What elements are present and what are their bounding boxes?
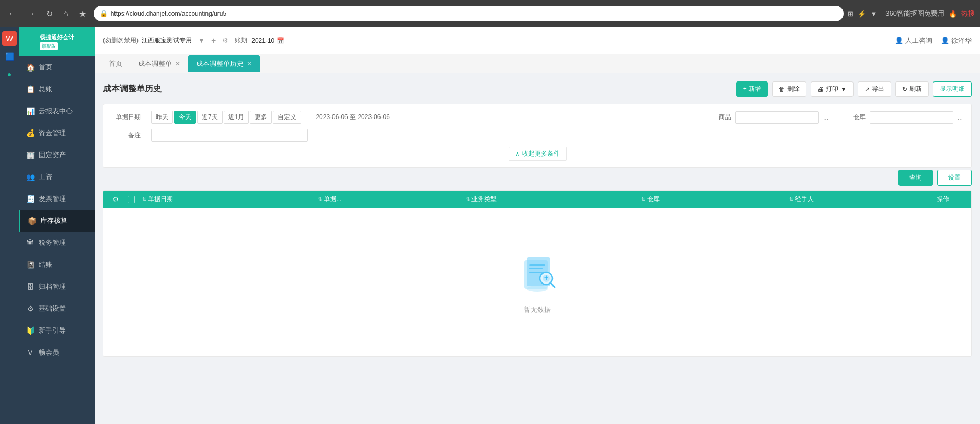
icon-bar-app3[interactable]: ● [2, 67, 17, 81]
col-warehouse[interactable]: ⇅ 仓库 [638, 195, 786, 204]
sidebar-item-guide[interactable]: 🔰新手引导 [19, 320, 95, 341]
col-handler[interactable]: ⇅ 经手人 [786, 195, 933, 204]
sidebar-label-payroll: 工资 [39, 172, 52, 182]
goods-more-icon[interactable]: ... [823, 114, 828, 121]
warehouse-input[interactable] [870, 111, 953, 124]
header-checkbox[interactable] [128, 196, 135, 203]
forward-button[interactable]: → [24, 7, 39, 20]
date-btn-更多[interactable]: 更多 [250, 111, 272, 124]
col-checkbox[interactable] [124, 196, 139, 203]
consult-btn[interactable]: 👤 人工咨询 [895, 36, 932, 45]
tab-close-cost-adjust-history[interactable]: ✕ [247, 60, 252, 67]
col-biztype[interactable]: ⇅ 业务类型 [463, 195, 638, 204]
export-icon: ↗ [864, 86, 870, 93]
page-actions: + 新增 🗑 删除 🖨 打印 ▼ ↗ 导出 ↻ [736, 81, 972, 97]
sidebar-icon-settings: ⚙ [26, 304, 34, 313]
sidebar-icon-assets: 🏢 [26, 151, 34, 159]
sidebar-item-closing[interactable]: 📓结账 [19, 254, 95, 276]
sidebar-label-reports: 云报表中心 [39, 107, 73, 116]
page-title: 成本调整单历史 [103, 84, 162, 95]
settings-col-icon: ⚙ [113, 196, 119, 203]
sidebar-item-settings[interactable]: ⚙基础设置 [19, 298, 95, 320]
sidebar-icon-invoice: 🧾 [26, 195, 34, 203]
app-container: W 🟦 ● 畅捷通好会计 旗舰版 🏠首页📋总账📊云报表中心💰资金管理🏢固定资产👥… [0, 27, 980, 424]
display-cols-button[interactable]: 显示明细 [933, 81, 972, 97]
remark-label: 备注 [112, 131, 141, 140]
sidebar-label-ledger: 总账 [39, 85, 52, 94]
setting-button[interactable]: 设置 [937, 170, 972, 186]
company-dropdown-icon[interactable]: ▼ [198, 37, 205, 44]
lightning-icon[interactable]: ⚡ [858, 10, 866, 18]
tab-close-cost-adjust[interactable]: ✕ [175, 60, 180, 67]
svg-line-8 [550, 282, 555, 287]
date-btn-昨天[interactable]: 昨天 [151, 111, 173, 124]
tab-home[interactable]: 首页 [101, 55, 130, 72]
table-header: ⚙ ⇅ 单据日期 ⇅ 单据... ⇅ 业务类型 [103, 191, 971, 208]
icon-bar-app2[interactable]: 🟦 [2, 49, 17, 64]
goods-input[interactable] [735, 111, 819, 124]
warehouse-label: 仓库 [837, 113, 866, 122]
browser-actions: ⊞ ⚡ ▼ 360智能抠图免费用 🔥 热搜 [848, 9, 975, 18]
export-button[interactable]: ↗ 导出 [858, 81, 891, 97]
date-btn-近7天[interactable]: 近7天 [197, 111, 223, 124]
date-range: 2023-06-06 至 2023-06-06 [316, 113, 389, 122]
sidebar-item-inventory[interactable]: 📦库存核算 [19, 210, 95, 232]
svg-rect-5 [529, 272, 544, 273]
extensions-icon[interactable]: ⊞ [848, 10, 854, 18]
tab-label-cost-adjust: 成本调整单 [138, 59, 172, 68]
sidebar-item-ledger[interactable]: 📋总账 [19, 78, 95, 100]
top-bar: (勿删勿禁用) 江西服宝测试专用 ▼ + ⚙ 账期 2021-10 📅 👤 人工… [95, 27, 980, 54]
sidebar-icon-archive: 🗄 [26, 282, 34, 291]
sidebar-icon-ledger: 📋 [26, 85, 34, 93]
url-text: https://cloud.chanjet.com/accounting/uru… [111, 10, 838, 17]
warehouse-more-icon[interactable]: ... [958, 114, 963, 121]
add-company-btn[interactable]: + [211, 36, 216, 45]
print-icon: 🖨 [817, 86, 824, 93]
hot-label: 热搜 [961, 9, 975, 18]
print-button[interactable]: 🖨 打印 ▼ [811, 81, 854, 97]
date-btn-自定义[interactable]: 自定义 [273, 111, 301, 124]
reload-button[interactable]: ↻ [43, 7, 56, 21]
sidebar-item-assets[interactable]: 🏢固定资产 [19, 144, 95, 166]
back-button[interactable]: ← [5, 7, 20, 20]
sidebar-label-tax: 税务管理 [39, 238, 66, 248]
sidebar-item-archive[interactable]: 🗄归档管理 [19, 276, 95, 298]
tab-cost-adjust-history[interactable]: 成本调整单历史✕ [188, 55, 260, 72]
col-number[interactable]: ⇅ 单据... [315, 195, 462, 204]
user-btn[interactable]: 👤 徐泽华 [941, 36, 972, 45]
company-name: 江西服宝测试专用 [142, 36, 192, 45]
star-button[interactable]: ★ [76, 7, 89, 21]
settings-icon-top[interactable]: ⚙ [222, 37, 228, 44]
collapse-button[interactable]: ∧ 收起更多条件 [509, 147, 567, 161]
refresh-icon: ↻ [902, 86, 907, 93]
new-button[interactable]: + 新增 [736, 81, 768, 97]
sidebar-item-tax[interactable]: 🏛税务管理 [19, 232, 95, 254]
dropdown-icon[interactable]: ▼ [870, 10, 877, 18]
home-button[interactable]: ⌂ [60, 7, 72, 20]
calendar-icon[interactable]: 📅 [276, 37, 284, 44]
remark-input[interactable] [151, 129, 308, 142]
address-bar[interactable]: 🔒 https://cloud.chanjet.com/accounting/u… [94, 6, 844, 21]
date-buttons: 昨天今天近7天近1月更多自定义 [151, 111, 301, 124]
query-button[interactable]: 查询 [898, 170, 933, 186]
sidebar-item-funds[interactable]: 💰资金管理 [19, 122, 95, 144]
sidebar-item-member[interactable]: V畅会员 [19, 341, 95, 363]
svg-rect-3 [529, 264, 545, 266]
delete-button[interactable]: 🗑 删除 [772, 81, 806, 97]
sidebar-item-reports[interactable]: 📊云报表中心 [19, 100, 95, 122]
col-date[interactable]: ⇅ 单据日期 [139, 195, 315, 204]
sidebar-item-invoice[interactable]: 🧾发票管理 [19, 188, 95, 210]
col-settings[interactable]: ⚙ [110, 196, 124, 203]
consult-icon: 👤 [895, 37, 903, 44]
tab-cost-adjust[interactable]: 成本调整单✕ [130, 55, 188, 72]
sidebar-item-home[interactable]: 🏠首页 [19, 56, 95, 78]
sort-biztype-icon: ⇅ [466, 196, 470, 202]
date-btn-近1月[interactable]: 近1月 [224, 111, 249, 124]
refresh-button[interactable]: ↻ 刷新 [895, 81, 929, 97]
sort-up-icon: ⇅ [142, 196, 146, 202]
icon-bar-weibo[interactable]: W [2, 31, 17, 46]
date-btn-今天[interactable]: 今天 [174, 111, 196, 124]
sidebar-label-settings: 基础设置 [39, 304, 66, 313]
sidebar-label-closing: 结账 [39, 260, 52, 269]
sidebar-item-payroll[interactable]: 👥工资 [19, 166, 95, 188]
